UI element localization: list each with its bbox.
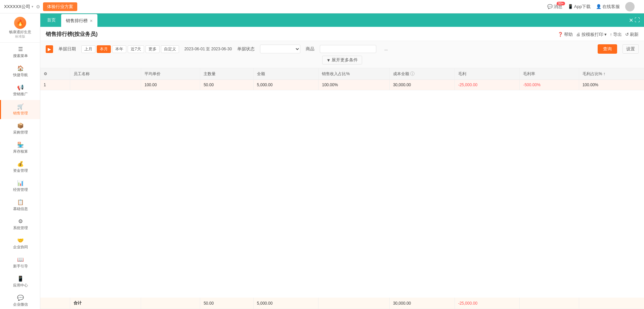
enterprise-icon: 🤝: [17, 237, 24, 244]
app-logo-text: 畅康通好生意: [9, 30, 31, 34]
sidebar-item-basics[interactable]: 📋 基础信息: [0, 196, 40, 215]
col-qty: 主数量: [200, 68, 254, 80]
sidebar-item-sales-label: 销售管理: [13, 111, 28, 116]
footer-sales-pct: [318, 298, 389, 309]
company-name: XXXXXX公司: [4, 4, 30, 10]
settings-button[interactable]: 设置: [622, 44, 639, 54]
sidebar-item-enterprise[interactable]: 🤝 企业协同: [0, 234, 40, 253]
sidebar-item-wechat[interactable]: 💬 企业微信: [0, 291, 40, 309]
sidebar-item-system-label: 系统管理: [13, 225, 28, 230]
footer-cost: 30,000.00: [389, 298, 455, 309]
sidebar-item-quick-nav-label: 快捷导航: [13, 72, 28, 78]
col-amount: 全额: [253, 68, 318, 80]
tab-home[interactable]: 首页: [42, 13, 61, 27]
col-sales-pct: 销售收入占比%: [318, 68, 389, 80]
sidebar-item-search[interactable]: ☰ 搜索菜单: [0, 43, 40, 62]
query-button[interactable]: 查询: [598, 44, 617, 54]
sidebar-item-inventory[interactable]: 🏪 库存核算: [0, 138, 40, 157]
goods-more-btn[interactable]: ...: [382, 45, 390, 53]
footer-gross-pct: [579, 298, 644, 309]
trial-button[interactable]: 体验行业方案: [43, 2, 77, 11]
tab-sales-rank-label: 销售排行榜: [66, 18, 88, 24]
settings-icon[interactable]: ⚙: [36, 4, 40, 9]
tab-sales-rank[interactable]: 销售排行榜 ✕: [61, 14, 97, 28]
col-gross: 毛利: [455, 68, 520, 80]
filter-row: ▶ 单据日期 上月 本月 本年 近7天 更多 自定义 2023-06-01 至 …: [46, 44, 639, 54]
sidebar-item-sales[interactable]: 🛒 销售管理: [0, 100, 40, 119]
filter-toggle-button[interactable]: ▶: [46, 45, 53, 53]
refresh-button[interactable]: ↺ 刷新: [625, 32, 639, 38]
sidebar-item-operations[interactable]: 📊 经营管理: [0, 176, 40, 196]
filter-area: ▶ 单据日期 上月 本月 本年 近7天 更多 自定义 2023-06-01 至 …: [40, 41, 644, 68]
export-label: 导出: [613, 32, 622, 38]
message-button[interactable]: 💬 消息 99+: [547, 4, 562, 10]
status-select[interactable]: [260, 45, 300, 53]
export-button[interactable]: ↑ 导出: [610, 32, 622, 38]
table-row: 1100.0050.005,000.00100.00%30,000.00-25,…: [40, 80, 644, 90]
tab-bar: 首页 销售排行榜 ✕ ✕ ⛶: [40, 13, 644, 27]
table-header-row: ⚙ 员工名称 平均单价 主数量 全额 销售收入占比% 成本全额 ⓘ 毛利 毛利率…: [40, 68, 644, 80]
search-menu-icon: ☰: [18, 46, 23, 52]
help-button[interactable]: ❓ 帮助: [558, 32, 573, 38]
sidebar-item-quick-nav[interactable]: 🏠 快捷导航: [0, 62, 40, 81]
col-settings-icon[interactable]: ⚙: [40, 68, 70, 80]
sidebar-item-apps[interactable]: 📱 应用中心: [0, 272, 40, 291]
tab-close-window-icon[interactable]: ✕: [629, 17, 633, 23]
refresh-label: 刷新: [630, 32, 639, 38]
sales-icon: 🛒: [17, 103, 24, 110]
expand-button[interactable]: ▼ 展开更多条件: [322, 56, 362, 64]
cost-info-icon: ⓘ: [410, 71, 415, 76]
date-this-year-btn[interactable]: 本年: [112, 45, 126, 53]
tab-close-icon[interactable]: ✕: [90, 19, 93, 23]
apps-icon: 📱: [17, 275, 24, 282]
sort-icon[interactable]: ↑: [603, 71, 606, 76]
app-download-button[interactable]: 📱 App下载: [568, 4, 591, 10]
avatar[interactable]: [625, 2, 635, 11]
print-button[interactable]: 🖨 按模板打印 ▾: [576, 32, 607, 38]
sidebar-item-finance[interactable]: 💰 资金管理: [0, 157, 40, 176]
message-badge: 99+: [557, 2, 565, 5]
tab-fullscreen-icon[interactable]: ⛶: [635, 17, 640, 23]
date-this-month-btn[interactable]: 本月: [97, 45, 111, 53]
date-custom-btn[interactable]: 自定义: [161, 45, 179, 53]
td-cost: 30,000.00: [389, 80, 455, 90]
footer-empty-1: [40, 298, 70, 309]
col-gross-pct: 毛利占比% ↑: [579, 68, 644, 80]
sidebar-logo: 🔥 畅康通好生意 标准版: [0, 13, 40, 43]
date-last-month-btn[interactable]: 上月: [81, 45, 95, 53]
marketing-icon: 📢: [17, 84, 24, 91]
date-7days-btn[interactable]: 近7天: [128, 45, 144, 53]
td-rank: 1: [40, 80, 70, 90]
date-more-btn[interactable]: 更多: [145, 45, 160, 53]
help-label: 帮助: [564, 32, 573, 38]
print-label: 按模板打印: [582, 32, 603, 38]
wechat-icon: 💬: [17, 295, 24, 301]
system-icon: ⚙: [18, 218, 23, 224]
online-service-button[interactable]: 👤 在线客服: [596, 4, 620, 10]
tab-home-label: 首页: [47, 17, 56, 23]
col-avg-price: 平均单价: [141, 68, 200, 80]
sidebar-item-purchase[interactable]: 📦 采购管理: [0, 119, 40, 138]
inventory-icon: 🏪: [17, 142, 24, 148]
footer-total-table: 合计 50.00 5,000.00 30,000.00 -25,000.00: [40, 298, 644, 309]
company-selector[interactable]: XXXXXX公司 ▾: [4, 4, 33, 10]
sidebar-item-apps-label: 应用中心: [13, 283, 28, 288]
td-name: [70, 80, 141, 90]
basics-icon: 📋: [17, 199, 24, 205]
goods-input[interactable]: [320, 45, 376, 53]
sidebar-item-guide[interactable]: 📖 新手引导: [0, 253, 40, 272]
quick-nav-icon: 🏠: [17, 65, 24, 71]
sidebar-item-wechat-label: 企业微信: [13, 302, 28, 307]
tab-bar-right: ✕ ⛶: [629, 17, 643, 23]
service-icon: 👤: [596, 4, 601, 9]
td-avg-price: 100.00: [141, 80, 200, 90]
content-area: 首页 销售排行榜 ✕ ✕ ⛶ 销售排行榜(按业务员) ❓ 帮助: [40, 13, 644, 309]
data-table: ⚙ 员工名称 平均单价 主数量 全额 销售收入占比% 成本全额 ⓘ 毛利 毛利率…: [40, 68, 644, 90]
sidebar-item-marketing[interactable]: 📢 营销推广: [0, 81, 40, 100]
footer-total-row: 合计 50.00 5,000.00 30,000.00 -25,000.00: [40, 298, 644, 309]
table-container: ⚙ 员工名称 平均单价 主数量 全额 销售收入占比% 成本全额 ⓘ 毛利 毛利率…: [40, 68, 644, 298]
sidebar-item-basics-label: 基础信息: [13, 206, 28, 211]
sidebar-item-system[interactable]: ⚙ 系统管理: [0, 215, 40, 234]
status-label: 单据状态: [237, 46, 255, 52]
sidebar-item-enterprise-label: 企业协同: [13, 245, 28, 250]
